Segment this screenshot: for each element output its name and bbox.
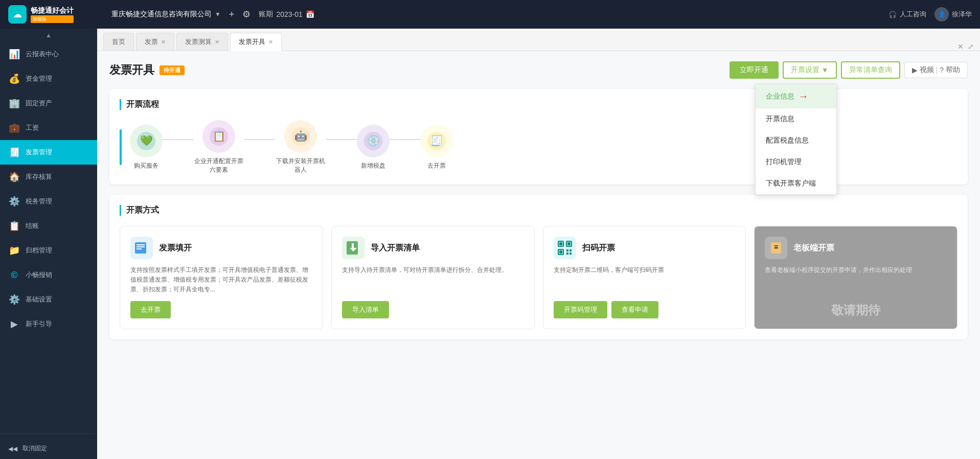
dropdown-item-kaipiaoxinxi[interactable]: 开票信息 <box>756 108 836 130</box>
period-info: 账期 2023-01 📅 <box>259 10 314 19</box>
method-card-laobanduan: ≡ 老板端开票 查看老板端小程序提交的开票申请，并作出相应的处理 敬请期待 <box>754 226 958 329</box>
dropdown-item-dayinji[interactable]: 打印机管理 <box>756 151 836 173</box>
method4-name: 老板端开票 <box>793 243 834 254</box>
sidebar-scroll-up[interactable]: ▲ <box>0 29 97 42</box>
sidebar-label-kuicun: 库存核算 <box>26 172 52 181</box>
method3-btn1[interactable]: 开票码管理 <box>554 301 607 318</box>
sidebar-item-gudingzichan[interactable]: 🏢 固定资产 <box>0 91 97 116</box>
svg-text:🧾: 🧾 <box>430 134 443 147</box>
sidebar-item-gongzi[interactable]: 💼 工资 <box>0 116 97 140</box>
method-card-daorukaipiaqingdan: 导入开票清单 支持导入待开票清单，可对待开票清单进行拆分、合并处理。 导入清单 <box>331 226 535 329</box>
method-card-tiankaikaipiao: 发票填开 支持按照发票样式手工填开发票；可开具增值税电子普通发票、增值税普通发票… <box>120 226 323 329</box>
sidebar-label-guidang: 归档管理 <box>26 246 52 255</box>
tab-label-fapiaokaiju: 发票开具 <box>239 37 265 47</box>
svg-text:🤖: 🤖 <box>294 130 307 142</box>
sidebar-item-jichushezhi[interactable]: ⚙️ 基础设置 <box>0 287 97 312</box>
top-bar: ☁ 畅捷通好会计 旗舰版 重庆畅捷交通信息咨询有限公司 ▼ + ⚙ 账期 202… <box>0 0 980 29</box>
content-area: 首页 发票 ✕ 发票测算 ✕ 发票开具 ✕ ✕ ⤢ <box>97 29 980 459</box>
flow-step-3: 🤖 下载并安装开票机器人 <box>275 120 326 174</box>
period-label: 账期 <box>259 10 273 19</box>
sidebar-label-jichushezhi: 基础设置 <box>26 295 52 304</box>
flow-step-4: 💿 新增税盘 <box>357 125 390 170</box>
main-area: ▲ 📊 云报表中心 💰 资金管理 🏢 固定资产 💼 工资 🧾 发票管理 <box>0 29 980 459</box>
user-info[interactable]: 👤 徐泽华 <box>935 7 972 21</box>
tab-fapiaocesuan[interactable]: 发票测算 ✕ <box>176 33 228 51</box>
method3-desc: 支持定制开票二维码，客户端可扫码开票 <box>554 265 736 295</box>
sidebar-item-yunbao[interactable]: 📊 云报表中心 <box>0 42 97 66</box>
method1-btn[interactable]: 去开票 <box>130 301 171 318</box>
maximize-window-btn[interactable]: ⤢ <box>968 42 974 51</box>
sidebar-item-kuicun[interactable]: 🏠 库存核算 <box>0 165 97 189</box>
tab-bar: 首页 发票 ✕ 发票测算 ✕ 发票开具 ✕ ✕ ⤢ <box>97 29 980 51</box>
svg-rect-12 <box>136 246 145 247</box>
dropdown-item-qiyexinxi[interactable]: 企业信息 → <box>756 84 836 108</box>
tab-fapiaokaiju[interactable]: 发票开具 ✕ <box>230 33 282 51</box>
method4-desc: 查看老板端小程序提交的开票申请，并作出相应的处理 <box>765 265 947 318</box>
flow-connector-3 <box>326 139 357 140</box>
tab-close-fapiaokaiju[interactable]: ✕ <box>268 39 273 45</box>
flow-connector-2 <box>244 139 275 140</box>
user-name: 徐泽华 <box>952 10 972 19</box>
tab-label-fapiaocesuan: 发票测算 <box>185 37 212 47</box>
svg-rect-23 <box>566 249 568 251</box>
step1-border <box>120 129 130 165</box>
sidebar-item-zijin[interactable]: 💰 资金管理 <box>0 66 97 91</box>
svg-text:💚: 💚 <box>140 134 153 147</box>
settings-gear-icon[interactable]: ⚙ <box>242 9 250 20</box>
activate-button[interactable]: 立即开通 <box>730 61 779 79</box>
tab-close-fapiaocesuan[interactable]: ✕ <box>215 39 219 45</box>
status-badge: 待开通 <box>159 65 185 75</box>
step3-label: 下载并安装开票机器人 <box>275 157 326 174</box>
method-section-title: 开票方式 <box>120 205 958 216</box>
step4-icon: 💿 <box>357 125 390 157</box>
method1-icon <box>130 237 153 259</box>
sidebar-item-guidang[interactable]: 📁 归档管理 <box>0 238 97 263</box>
tab-label-fapiao: 发票 <box>145 37 158 47</box>
gudingzichan-icon: 🏢 <box>8 97 20 109</box>
add-company-btn[interactable]: + <box>229 9 235 20</box>
dropdown-item-peizhi[interactable]: 配置税盘信息 <box>756 130 836 151</box>
step2-icon: 📋 <box>202 120 235 153</box>
tab-close-fapiao[interactable]: ✕ <box>161 39 166 45</box>
customer-service[interactable]: 🎧 人工咨询 <box>888 10 926 19</box>
jichushezhi-icon: ⚙️ <box>8 293 20 306</box>
fapiaoquanli-icon: 🧾 <box>8 146 20 158</box>
period-value: 2023-01 <box>276 10 302 18</box>
sidebar-label-jiezhang: 结账 <box>26 221 39 231</box>
sidebar-label-shuiwu: 税务管理 <box>26 197 52 206</box>
dropdown-label-dayinji: 打印机管理 <box>766 157 802 167</box>
app-name: 畅捷通好会计 <box>31 6 74 15</box>
settings-button[interactable]: 开票设置 ▼ <box>783 61 837 79</box>
sidebar-item-xiaochang[interactable]: © 小畅报销 <box>0 263 97 287</box>
close-window-btn[interactable]: ✕ <box>958 42 964 51</box>
svg-text:💿: 💿 <box>367 134 380 147</box>
service-label: 人工咨询 <box>900 10 926 19</box>
sidebar-label-yunbao: 云报表中心 <box>26 50 59 59</box>
company-selector[interactable]: 重庆畅捷交通信息咨询有限公司 ▼ <box>111 10 221 19</box>
tab-fapiao[interactable]: 发票 ✕ <box>136 33 174 51</box>
svg-text:≡: ≡ <box>774 243 778 251</box>
sidebar-cancel-pin[interactable]: ◀◀ 取消固定 <box>0 438 97 459</box>
settings-btn-wrapper: 开票设置 ▼ 企业信息 → 开票信息 <box>783 61 837 79</box>
play-icon: ▶ <box>912 66 918 74</box>
dropdown-item-xiazai[interactable]: 下载开票客户端 <box>756 173 836 194</box>
sidebar-item-shuiwu[interactable]: ⚙️ 税务管理 <box>0 189 97 214</box>
method2-btn[interactable]: 导入清单 <box>342 301 389 318</box>
video-button[interactable]: ▶ 视频 | ? 帮助 <box>904 62 968 78</box>
tab-home[interactable]: 首页 <box>103 33 134 51</box>
kuicun-icon: 🏠 <box>8 171 20 183</box>
method3-btn2[interactable]: 查看申请 <box>611 301 658 318</box>
method2-icon <box>342 237 364 259</box>
sidebar-item-fapiaoquanli[interactable]: 🧾 发票管理 <box>0 140 97 165</box>
top-bar-center: 重庆畅捷交通信息咨询有限公司 ▼ + ⚙ 账期 2023-01 📅 <box>111 9 882 20</box>
logo-area: ☁ 畅捷通好会计 旗舰版 <box>8 5 105 24</box>
window-controls: ✕ ⤢ <box>958 42 974 51</box>
xinyinyin-icon: ▶ <box>8 318 20 330</box>
page-title-group: 发票开具 待开通 <box>109 62 185 78</box>
svg-rect-26 <box>569 253 572 255</box>
sidebar-item-xinyinyin[interactable]: ▶ 新手引导 <box>0 312 97 336</box>
period-calendar-icon: 📅 <box>306 10 314 18</box>
abnormal-list-button[interactable]: 异常清单查询 <box>841 61 900 79</box>
svg-rect-11 <box>136 244 145 245</box>
sidebar-item-jiezhang[interactable]: 📋 结账 <box>0 214 97 238</box>
